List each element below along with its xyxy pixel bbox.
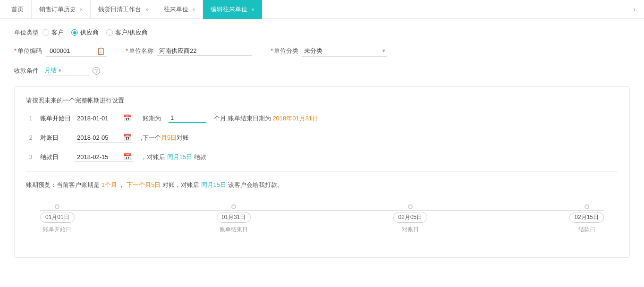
node-label-2: 01月31日 [217,212,251,223]
billing-row-1-desc-prefix: 账期为 [143,114,161,123]
section-title: 请按照未来的一个完整帐期进行设置 [26,96,618,105]
billing-row-3-date-input[interactable] [77,153,119,160]
billing-row-3: 3 结款日 📅 ，对账后 同月15日 结款 [26,152,618,162]
radio-supplier-circle [71,29,78,36]
tab-sales-history-close[interactable]: × [80,7,83,12]
node-desc-2: 账单结束日 [220,226,248,234]
tab-cash-ledger-label: 钱货日清工作台 [98,5,141,14]
code-pick-icon[interactable]: 📋 [97,47,105,55]
billing-row-1-desc-suffix: 个月,账单结束日期为 2018年01月31日 [214,114,318,123]
node-dot-4 [585,204,589,209]
name-required: * [126,47,128,54]
code-label: *单位编码 [14,47,42,55]
tab-sales-history[interactable]: 销售订单历史 × [32,0,91,19]
preview-sep1: ， [119,181,125,188]
node-label-3: 02月05日 [393,212,428,223]
billing-row-2: 2 对账日 📅 ,下一个月5日对账 [26,133,618,143]
tab-home-label: 首页 [11,5,24,14]
radio-customer-label: 客户 [51,28,64,37]
billing-row-3-label: 结款日 [40,153,70,161]
name-label: *单位名称 [126,47,153,55]
code-input-wrapper: 📋 [46,45,107,57]
radio-supplier-label: 供应商 [80,28,99,37]
node-dot-1 [55,204,59,209]
preview-sep2: 对账，对账后 [162,181,199,188]
billing-row-2-date: 📅 [75,133,133,143]
payment-select[interactable]: 月结 ▾ [42,65,90,76]
node-dot-2 [231,204,236,209]
classify-value: 未分类 [304,47,322,55]
tab-edit-partner[interactable]: 编辑往来单位 × [203,0,262,19]
classify-select[interactable]: 未分类 ▾ [302,46,387,57]
timeline-node-2: 01月31日 账单结束日 [217,204,251,234]
tab-sales-history-label: 销售订单历史 [39,5,76,14]
billing-row-1: 1 账单开始日 📅 账期为 个月,账单结束日期为 2018年01月31日 [26,113,618,123]
node-desc-1: 账单开始日 [43,226,71,234]
classify-group: *单位分类 未分类 ▾ [271,46,387,57]
tab-edit-partner-label: 编辑往来单位 [211,5,247,14]
billing-row-2-label: 对账日 [40,134,70,142]
preview-part1: 1个月 [102,181,117,188]
payment-chevron: ▾ [59,68,61,74]
node-dot-3 [408,204,413,209]
tab-partner[interactable]: 往来单位 × [156,0,203,19]
timeline-node-1: 01月01日 账单开始日 [40,204,75,234]
timeline-node-3: 02月05日 对账日 [393,204,428,234]
billing-row-3-num: 3 [26,153,35,160]
billing-end-date-highlight: 2018年01月31日 [272,115,318,122]
billing-row-3-date: 📅 [75,152,133,162]
tabs-bar: 首页 销售订单历史 × 钱货日清工作台 × 往来单位 × 编辑往来单位 × › [0,0,644,19]
billing-row-2-num: 2 [26,134,35,141]
payment-help-icon[interactable]: ? [93,67,100,75]
preview-part2: 下一个月5日 [127,181,161,188]
tab-arrow[interactable]: › [628,5,640,14]
unit-type-radio-group: 客户 供应商 客户/供应商 [42,28,148,37]
billing-row-2-cal-icon[interactable]: 📅 [123,134,131,141]
billing-row-1-label: 账单开始日 [40,114,70,123]
content-area: 单位类型 客户 供应商 客户/供应商 *单位编码 📋 [0,19,644,287]
preview-text: 账期预览：当前客户账期是 1个月 ， 下一个月5日 对账，对账后 同月15日 该… [26,171,618,190]
radio-customer[interactable]: 客户 [42,28,64,37]
payment-value: 月结 [44,66,57,75]
radio-both-label: 客户/供应商 [115,28,148,37]
billing-row-1-date: 📅 [75,113,133,123]
payment-label: 收款条件 [14,67,39,75]
radio-supplier[interactable]: 供应商 [71,28,99,37]
radio-both[interactable]: 客户/供应商 [106,28,148,37]
unit-type-row: 单位类型 客户 供应商 客户/供应商 [14,28,630,37]
node-label-1: 01月01日 [40,212,75,223]
billing-row-1-date-input[interactable] [77,115,119,122]
tab-partner-close[interactable]: × [192,7,195,12]
code-input[interactable] [48,46,95,55]
billing-row-3-cal-icon[interactable]: 📅 [123,153,131,160]
name-input[interactable] [157,46,252,56]
preview-suffix: 该客户会给我打款。 [228,181,283,188]
name-group: *单位名称 [126,46,252,56]
billing-row-3-desc: ，对账后 同月15日 结款 [141,153,206,161]
timeline: 01月01日 账单开始日 01月31日 账单结束日 02月05日 对账日 02月… [26,200,618,248]
classify-label: *单位分类 [271,47,298,55]
tab-partner-label: 往来单位 [164,5,188,14]
unit-type-label: 单位类型 [14,28,39,37]
code-required: * [14,47,17,54]
billing-row-2-desc: ,下一个月5日对账 [141,134,189,142]
node-desc-3: 对账日 [402,226,419,234]
radio-both-circle [106,29,113,36]
billing-row-2-date-input[interactable] [77,134,119,141]
payment-row: 收款条件 月结 ▾ ? [14,65,630,76]
timeline-nodes: 01月01日 账单开始日 01月31日 账单结束日 02月05日 对账日 02月… [40,204,604,234]
billing-row-2-highlight: 月5日 [161,134,177,141]
tab-cash-ledger-close[interactable]: × [145,7,148,12]
tab-edit-partner-close[interactable]: × [251,7,254,12]
billing-section: 请按照未来的一个完整帐期进行设置 1 账单开始日 📅 账期为 个月,账单结束日期… [14,86,630,258]
node-desc-4: 结款日 [578,226,595,234]
classify-required: * [271,47,273,54]
unit-info-row: *单位编码 📋 *单位名称 *单位分类 未分类 ▾ [14,45,630,57]
tab-cash-ledger[interactable]: 钱货日清工作台 × [91,0,156,19]
billing-row-1-num: 1 [26,115,35,122]
billing-row-1-cal-icon[interactable]: 📅 [123,114,131,122]
preview-part3: 同月15日 [201,181,226,188]
tab-home[interactable]: 首页 [4,0,32,19]
classify-chevron: ▾ [382,48,385,54]
period-input[interactable] [169,113,206,123]
